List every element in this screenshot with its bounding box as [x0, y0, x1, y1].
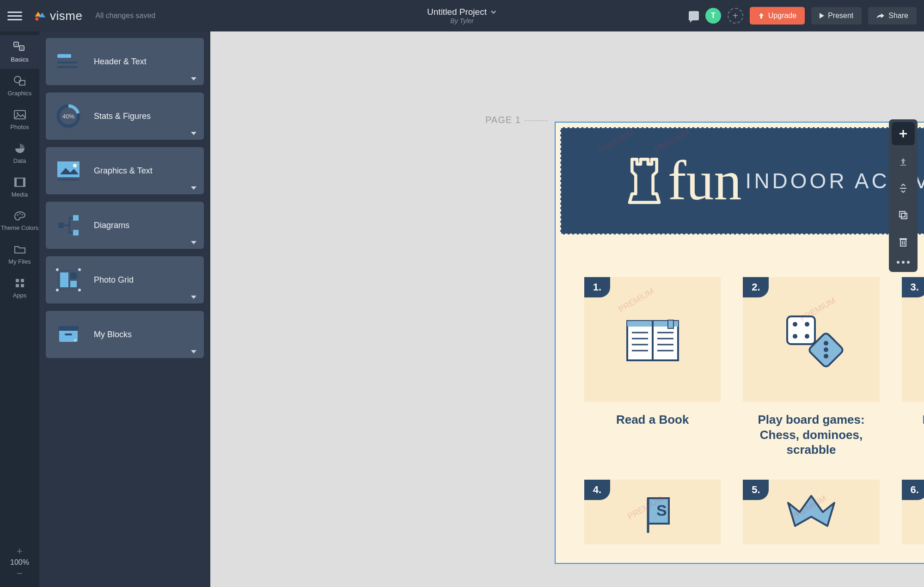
svg-point-8: [17, 112, 18, 114]
svg-rect-27: [73, 215, 79, 221]
photo-grid-icon: [55, 266, 82, 293]
project-title-area[interactable]: Untitled Project By Tyler: [427, 7, 497, 25]
svg-point-57: [805, 334, 809, 339]
upload-arrow-icon: [758, 12, 765, 19]
duplicate-button[interactable]: [889, 202, 918, 229]
svg-rect-32: [70, 272, 77, 279]
pie-chart-icon: [13, 142, 27, 154]
chevron-down-icon: [191, 186, 196, 190]
svg-point-36: [56, 289, 59, 291]
activity-card[interactable]: 5. PREMIUM: [743, 480, 879, 544]
svg-rect-72: [900, 240, 906, 246]
zoom-in-button[interactable]: +: [10, 546, 29, 556]
block-diagrams[interactable]: Diagrams: [46, 202, 204, 249]
logo-mark-icon: [33, 9, 46, 22]
hero-script-text: fun: [668, 159, 742, 203]
stretch-button[interactable]: [889, 175, 918, 202]
film-icon: [13, 176, 27, 188]
rail-media[interactable]: Media: [0, 170, 39, 204]
svg-text:40%: 40%: [62, 113, 74, 120]
present-button[interactable]: Present: [811, 7, 862, 25]
svg-rect-73: [900, 238, 907, 240]
svg-rect-70: [900, 211, 905, 217]
block-photo-grid[interactable]: Photo Grid: [46, 256, 204, 303]
svg-rect-68: [900, 165, 906, 166]
rail-data[interactable]: Data: [0, 136, 39, 170]
svg-text:S: S: [656, 501, 667, 519]
svg-text:A: A: [15, 43, 17, 46]
block-header-text[interactable]: Header & Text: [46, 38, 204, 85]
dice-icon: [774, 307, 848, 372]
svg-rect-33: [70, 281, 77, 287]
logo-text: visme: [50, 9, 82, 23]
cards-grid: 1. PREMIUM Read a Book 2. PREMIUM Play b…: [556, 239, 924, 563]
svg-rect-18: [21, 284, 24, 287]
activity-card[interactable]: 2. PREMIUM Play board games: Chess, domi…: [743, 277, 879, 457]
blocks-abc-icon: AB: [13, 41, 27, 53]
svg-rect-39: [58, 326, 79, 331]
upload-button[interactable]: [889, 148, 918, 175]
upgrade-button[interactable]: Upgrade: [750, 7, 805, 25]
page-label: PAGE 1: [485, 115, 548, 125]
svg-point-61: [824, 354, 828, 358]
org-chart-icon: [55, 212, 82, 239]
more-button[interactable]: [889, 255, 918, 269]
svg-rect-20: [57, 62, 78, 63]
image-icon: [13, 109, 27, 121]
user-avatar[interactable]: T: [705, 8, 721, 24]
rail-photos[interactable]: Photos: [0, 103, 39, 136]
add-page-button[interactable]: [892, 122, 915, 145]
svg-point-56: [793, 334, 797, 339]
svg-rect-52: [668, 320, 673, 328]
comment-icon[interactable]: [689, 11, 699, 20]
svg-point-54: [793, 322, 797, 327]
activity-card[interactable]: 6. PREMIUM: [902, 480, 924, 544]
donut-percent-icon: 40%: [55, 103, 82, 130]
play-icon: [820, 13, 824, 19]
chevron-down-icon: [191, 350, 196, 353]
activity-card[interactable]: 4. PREMIUM S: [584, 480, 721, 544]
share-button[interactable]: Share: [868, 7, 917, 25]
rail-graphics[interactable]: Graphics: [0, 69, 39, 103]
zoom-value: 100%: [10, 558, 29, 567]
add-collaborator-button[interactable]: +: [728, 8, 743, 24]
svg-point-37: [78, 289, 81, 291]
svg-rect-53: [787, 316, 815, 344]
svg-rect-16: [21, 279, 24, 282]
svg-rect-71: [901, 213, 907, 219]
picture-icon: [55, 157, 82, 184]
block-stats-figures[interactable]: 40% Stats & Figures: [46, 93, 204, 140]
menu-button[interactable]: [7, 8, 22, 23]
zoom-out-button[interactable]: −: [10, 568, 29, 579]
svg-point-14: [21, 214, 23, 216]
activity-card[interactable]: 1. PREMIUM Read a Book: [584, 277, 721, 457]
svg-point-59: [824, 341, 828, 346]
block-graphics-text[interactable]: Graphics & Text: [46, 147, 204, 194]
svg-rect-15: [16, 279, 19, 282]
rail-my-files[interactable]: My Files: [0, 237, 39, 271]
save-status: All changes saved: [95, 12, 155, 20]
svg-point-12: [17, 215, 18, 216]
activity-card[interactable]: 3. PREMIUM AA Play card games: [902, 277, 924, 457]
page-1[interactable]: PREMIUM PREMIUM fun INDOOR ACTIVITIES 1.: [555, 122, 924, 564]
chevron-down-icon: [191, 241, 196, 244]
svg-rect-11: [23, 178, 25, 186]
delete-button[interactable]: [889, 229, 918, 255]
logo[interactable]: visme: [33, 9, 82, 23]
hero-block[interactable]: PREMIUM PREMIUM fun INDOOR ACTIVITIES: [560, 127, 924, 235]
svg-point-0: [35, 18, 38, 21]
rail-theme-colors[interactable]: Theme Colors: [0, 204, 39, 237]
canvas[interactable]: PAGE 1 PREMIUM PREMIUM fun INDOOR ACTIVI…: [210, 31, 924, 587]
chevron-down-icon: [191, 132, 196, 135]
rail-apps[interactable]: Apps: [0, 271, 39, 305]
svg-rect-21: [57, 66, 78, 68]
shapes-icon: [13, 75, 27, 87]
svg-rect-29: [58, 222, 64, 228]
palette-icon: [13, 210, 27, 222]
rail-basics[interactable]: AB Basics: [0, 35, 39, 69]
block-my-blocks[interactable]: My Blocks: [46, 311, 204, 358]
svg-rect-19: [57, 54, 71, 58]
folder-icon: [13, 243, 27, 255]
chevron-down-icon: [191, 296, 196, 299]
svg-rect-28: [73, 230, 79, 235]
